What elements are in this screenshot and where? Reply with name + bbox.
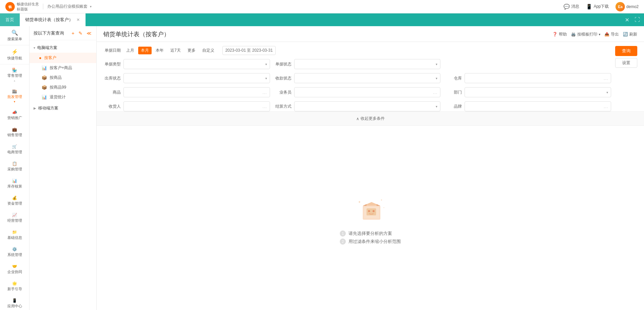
system-icon: ⚙️ bbox=[12, 247, 17, 252]
tab-sales-report[interactable]: 销货单统计表（按客户） ✕ bbox=[20, 13, 86, 26]
date-tab-this-month[interactable]: 本月 bbox=[138, 47, 152, 54]
collapse-button[interactable]: ∧ 收起更多条件 bbox=[352, 114, 389, 123]
sidebar-item-marketing[interactable]: 📣 营销推广 bbox=[0, 107, 29, 124]
goods-control[interactable]: … bbox=[123, 87, 270, 97]
sidebar-item-app-center[interactable]: 📱 应用中心 bbox=[0, 295, 29, 310]
page-header: 销货单统计表（按客户） ❓ 帮助 🖨️ 按模板打印 ▾ 📤 导出 🔄 刷新 bbox=[97, 26, 644, 42]
tree-item-by-customer-goods[interactable]: 📊 按客户+商品 bbox=[30, 63, 96, 73]
collapse-icon: ∧ bbox=[356, 116, 359, 121]
doc-status-label: 单据状态 bbox=[274, 61, 291, 67]
out-status-control[interactable]: ▾ bbox=[123, 73, 270, 83]
filter-row-1: 单据类型 ▾ 单据状态 ▾ bbox=[103, 59, 611, 69]
date-tab-last7days[interactable]: 近7天 bbox=[168, 47, 183, 54]
sidebar-item-inventory[interactable]: 📊 库存核算 bbox=[0, 175, 29, 192]
svg-text:✦: ✦ bbox=[380, 198, 383, 201]
sidebar-item-retail[interactable]: 🏪 零售管理 ▴ bbox=[0, 64, 29, 86]
edit-scheme-button[interactable]: ✎ bbox=[78, 30, 83, 37]
app-subtitle[interactable]: 办公用品行业模拟账套 ▾ bbox=[43, 4, 92, 9]
query-button[interactable]: 查询 bbox=[615, 46, 637, 56]
brand-field: 品牌 … bbox=[444, 101, 611, 111]
department-label: 部门 bbox=[444, 90, 462, 95]
sidebar-item-operations[interactable]: 📈 经营管理 bbox=[0, 209, 29, 226]
sidebar-item-enterprise[interactable]: 🤝 企业协同 bbox=[0, 261, 29, 278]
user-menu[interactable]: Ea demo2 bbox=[615, 2, 639, 11]
sidebar-search[interactable]: 🔍 搜索菜单 bbox=[0, 26, 29, 45]
doc-status-arrow-icon: ▾ bbox=[436, 62, 437, 66]
add-scheme-button[interactable]: + bbox=[71, 30, 75, 37]
date-tab-this-year[interactable]: 本年 bbox=[153, 47, 166, 54]
department-control[interactable]: ▾ bbox=[465, 87, 611, 97]
sidebar-item-purchasing[interactable]: 📋 采购管理 bbox=[0, 158, 29, 175]
sidebar-item-sales[interactable]: 💼 销售管理 bbox=[0, 124, 29, 141]
export-button[interactable]: 📤 导出 bbox=[604, 32, 619, 37]
tree-item-return-stats[interactable]: 📊 退货统计 bbox=[30, 92, 96, 102]
settings-button[interactable]: 设置 bbox=[615, 58, 637, 68]
recipient-control[interactable]: … bbox=[123, 101, 270, 111]
message-icon: 💬 bbox=[564, 4, 570, 10]
tree-mobile-group[interactable]: ▶ 移动端方案 bbox=[30, 103, 96, 113]
warehouse-label: 仓库 bbox=[444, 75, 462, 81]
empty-illustration: ✦ ✦ ✦ bbox=[350, 192, 390, 225]
svg-text:✦: ✦ bbox=[383, 207, 385, 209]
warehouse-control[interactable]: … bbox=[465, 73, 611, 83]
collect-status-control[interactable]: ▾ bbox=[294, 73, 441, 83]
sidebar-nav-section: ⚡ 快捷导航 bbox=[0, 45, 29, 64]
out-status-field: 出库状态 ▾ bbox=[103, 73, 270, 83]
sidebar-item-newbie[interactable]: 🌟 新手引导 bbox=[0, 278, 29, 295]
date-tab-custom[interactable]: 自定义 bbox=[200, 47, 217, 54]
top-header: 畅 畅捷信好生意 标题版 办公用品行业模拟账套 ▾ 💬 消息 📱 App下载 E… bbox=[0, 0, 644, 13]
tip-1-text: 请先选择要分析的方案 bbox=[348, 230, 392, 237]
sidebar-item-system[interactable]: ⚙️ 系统管理 bbox=[0, 244, 29, 261]
mobile-group-label: 移动端方案 bbox=[38, 105, 58, 111]
svg-point-9 bbox=[373, 210, 375, 212]
help-button[interactable]: ❓ 帮助 bbox=[552, 32, 567, 37]
tip-num-2: 2 bbox=[340, 239, 346, 245]
collapse-panel-button[interactable]: ≪ bbox=[86, 30, 92, 37]
doc-status-control[interactable]: ▾ bbox=[294, 59, 441, 69]
empty-tip-1: 1 请先选择要分析的方案 bbox=[340, 230, 401, 237]
salesperson-control[interactable]: … bbox=[294, 87, 441, 97]
sidebar-item-wholesale[interactable]: 🏬 批发管理 ▾ bbox=[0, 86, 29, 107]
sidebar-quick-nav[interactable]: ⚡ 快捷导航 bbox=[0, 45, 29, 64]
settlement-control[interactable]: ▾ bbox=[294, 101, 441, 111]
app-download-button[interactable]: 📱 App下载 bbox=[586, 4, 609, 10]
logo-area[interactable]: 畅 畅捷信好生意 标题版 bbox=[5, 2, 39, 11]
tree-item-by-customer[interactable]: ● 按客户 bbox=[30, 53, 96, 63]
search-icon: 🔍 bbox=[11, 30, 18, 36]
doc-type-control[interactable]: ▾ bbox=[123, 59, 270, 69]
settlement-label: 结算方式 bbox=[274, 104, 291, 109]
content-area: 销货单统计表（按客户） ❓ 帮助 🖨️ 按模板打印 ▾ 📤 导出 🔄 刷新 bbox=[97, 26, 644, 310]
filter-section: 单据日期 上月 本月 本年 近7天 更多 自定义 2023-03-01 至 20… bbox=[97, 42, 644, 126]
tree-item-by-goods[interactable]: 📦 按商品 bbox=[30, 73, 96, 83]
sidebar-item-base-info[interactable]: 📁 基础信息 bbox=[0, 226, 29, 244]
message-button[interactable]: 💬 消息 bbox=[564, 4, 579, 10]
close-tab-icon[interactable]: ✕ bbox=[76, 17, 80, 22]
maximize-window-icon[interactable]: ⛶ bbox=[633, 15, 641, 24]
tree-pc-group[interactable]: ▾ 电脑端方案 bbox=[30, 43, 96, 53]
doc-type-label: 单据类型 bbox=[103, 61, 121, 67]
print-dropdown-icon: ▾ bbox=[599, 33, 600, 36]
close-window-icon[interactable]: ✕ bbox=[624, 15, 631, 24]
print-button[interactable]: 🖨️ 按模板打印 ▾ bbox=[571, 32, 600, 37]
date-tab-last-month[interactable]: 上月 bbox=[123, 47, 137, 54]
date-filter-row: 单据日期 上月 本月 本年 近7天 更多 自定义 2023-03-01 至 20… bbox=[103, 46, 611, 55]
mobile-group-arrow-icon: ▶ bbox=[34, 106, 36, 110]
by-customer-goods-label: 按客户+商品 bbox=[50, 65, 72, 71]
sidebar-item-ecommerce[interactable]: 🛒 电商管理 bbox=[0, 141, 29, 158]
logo-icon: 畅 bbox=[5, 2, 15, 11]
filter-fields: 单据日期 上月 本月 本年 近7天 更多 自定义 2023-03-01 至 20… bbox=[103, 46, 611, 111]
collect-status-field: 收款状态 ▾ bbox=[274, 73, 441, 83]
date-range-display[interactable]: 2023-03-01 至 2023-03-31 bbox=[222, 46, 276, 55]
print-icon: 🖨️ bbox=[571, 32, 576, 37]
refresh-button[interactable]: 🔄 刷新 bbox=[623, 32, 637, 37]
brand-control[interactable]: … bbox=[465, 101, 611, 111]
tab-home[interactable]: 首页 bbox=[0, 13, 20, 26]
operations-icon: 📈 bbox=[12, 213, 17, 217]
sidebar-item-finance[interactable]: 💰 资金管理 bbox=[0, 192, 29, 209]
tab-window-actions: ✕ ⛶ bbox=[624, 13, 644, 26]
by-customer-label: 按客户 bbox=[44, 55, 56, 61]
pc-group-label: 电脑端方案 bbox=[37, 45, 57, 51]
left-panel-header: 按以下方案查询 + ✎ ≪ bbox=[30, 26, 96, 40]
tree-item-by-goods99[interactable]: 📦 按商品99 bbox=[30, 83, 96, 92]
date-tab-more[interactable]: 更多 bbox=[185, 47, 198, 54]
